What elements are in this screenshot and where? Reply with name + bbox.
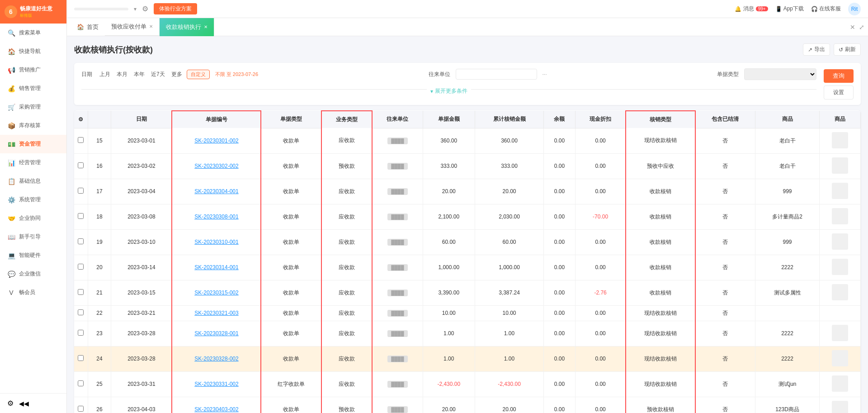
date-prev-month[interactable]: 上月 [98, 70, 112, 79]
counterparty-input[interactable] [456, 69, 537, 80]
sidebar-item-hardware[interactable]: 💻 智能硬件 [0, 246, 66, 265]
bill-no-link[interactable]: SK-20230304-001 [194, 188, 238, 195]
cell-check[interactable] [74, 179, 88, 204]
user-avatar[interactable]: Rit [848, 3, 861, 15]
cell-check[interactable] [74, 371, 88, 397]
dots-icon[interactable]: ··· [542, 71, 547, 77]
cell-check[interactable] [74, 346, 88, 371]
sidebar-label-enterprise: 企业协同 [19, 214, 41, 222]
th-gear[interactable]: ⚙ [74, 111, 88, 128]
cell-check[interactable] [74, 128, 88, 153]
bell-icon: 🔔 [735, 6, 741, 12]
bill-no-link[interactable]: SK-20230314-001 [194, 264, 238, 271]
message-area[interactable]: 🔔 消息 99+ [735, 5, 768, 13]
sidebar-item-search-menu[interactable]: 🔍 搜索菜单 [0, 24, 66, 42]
search-box[interactable] [74, 8, 128, 10]
cell-check[interactable] [74, 280, 88, 305]
sidebar-item-enterprise[interactable]: 🤝 企业协同 [0, 209, 66, 228]
collapse-icon[interactable]: ◀◀ [19, 400, 29, 407]
sidebar-item-member[interactable]: V 畅会员 [0, 283, 66, 302]
cell-product2 [820, 321, 861, 346]
sidebar-label-inventory: 库存核算 [19, 122, 41, 129]
sidebar-item-purchase[interactable]: 🛒 采购管理 [0, 98, 66, 116]
cell-check[interactable] [74, 255, 88, 280]
date-cur-month[interactable]: 本月 [115, 70, 129, 79]
sidebar-item-operation[interactable]: 📊 经营管理 [0, 153, 66, 172]
sidebar-item-system[interactable]: ⚙️ 系统管理 [0, 190, 66, 209]
th-date: 日期 [111, 111, 172, 128]
dropdown-arrow[interactable]: ▾ [134, 6, 137, 12]
query-button[interactable]: 查询 [824, 69, 854, 83]
gear-icon[interactable]: ⚙ [142, 5, 148, 13]
close-receipt-icon[interactable]: ✕ [204, 24, 208, 29]
tab-prepay[interactable]: 预收应收付单 ✕ [105, 18, 160, 36]
sidebar-item-marketing[interactable]: 📢 营销推广 [0, 61, 66, 79]
cell-biz-type: 应收款 [321, 204, 373, 229]
purchase-icon: 🛒 [7, 104, 15, 111]
bill-no-link[interactable]: SK-20230403-002 [194, 406, 238, 413]
bill-no-link[interactable]: SK-20230302-002 [194, 163, 238, 169]
system-icon: ⚙️ [7, 196, 15, 204]
cell-check[interactable] [74, 229, 88, 255]
receipt-type-select[interactable] [744, 68, 816, 80]
filter-row: 日期 上月 本月 本年 近7天 更多 自定义 不限 至 2023-07-26 [81, 68, 816, 80]
sidebar-item-quick-nav[interactable]: 🏠 快捷导航 [0, 42, 66, 61]
sidebar-item-finance[interactable]: 💵 资金管理 [0, 135, 66, 153]
tab-receipt[interactable]: 收款核销执行 ✕ [160, 18, 214, 36]
sidebar-item-sales[interactable]: 💰 销售管理 [0, 79, 66, 98]
filter-bar: 日期 上月 本月 本年 近7天 更多 自定义 不限 至 2023-07-26 [74, 63, 861, 105]
cell-date: 2023-03-08 [111, 204, 172, 229]
date-more[interactable]: 更多 [170, 70, 184, 79]
bill-no-link[interactable]: SK-20230328-002 [194, 356, 238, 362]
date-7days[interactable]: 近7天 [149, 70, 167, 79]
cell-verify-type: 现结收款核销 [626, 346, 695, 371]
bill-no-link[interactable]: SK-20230315-002 [194, 290, 238, 296]
export-button[interactable]: ↗ 导出 [803, 43, 830, 56]
bill-no-link[interactable]: SK-20230321-003 [194, 310, 238, 316]
sidebar-item-inventory[interactable]: 📦 库存核算 [0, 116, 66, 135]
close-prepay-icon[interactable]: ✕ [149, 24, 153, 29]
refresh-button[interactable]: ↺ 刷新 [834, 43, 861, 56]
cell-balance: 0.00 [543, 321, 575, 346]
search-menu-icon: 🔍 [7, 29, 15, 37]
sidebar-item-guide[interactable]: 📖 新手引导 [0, 228, 66, 246]
cell-no: 19 [88, 229, 111, 255]
tab-home[interactable]: 🏠 首页 [71, 18, 105, 36]
setting-button[interactable]: 设置 [824, 85, 854, 100]
cell-counterparty: ████ [372, 346, 423, 371]
operation-icon: 📊 [7, 159, 15, 166]
cell-check[interactable] [74, 305, 88, 321]
sidebar: 6 畅康道好生意 标推版 🔍 搜索菜单 🏠 快捷导航 📢 营销推广 💰 销售管理… [0, 0, 67, 413]
cell-check[interactable] [74, 321, 88, 346]
online-service[interactable]: 🎧 在线客服 [811, 5, 841, 13]
date-cur-year[interactable]: 本年 [132, 70, 146, 79]
industry-btn[interactable]: 体验行业方案 [154, 3, 197, 14]
sidebar-label-sales: 销售管理 [19, 85, 41, 92]
cell-date: 2023-03-04 [111, 179, 172, 204]
cell-check[interactable] [74, 204, 88, 229]
date-custom-btn[interactable]: 自定义 [187, 70, 210, 79]
cell-cum-amount: 60.00 [475, 229, 544, 255]
cell-product: 测试jun [755, 371, 820, 397]
cell-bill-amount: 10.00 [423, 305, 475, 321]
cell-bill-type: 收款单 [261, 128, 321, 153]
cell-check[interactable] [74, 153, 88, 179]
cell-include-settled: 否 [695, 229, 755, 255]
sidebar-item-basic[interactable]: 📋 基础信息 [0, 172, 66, 190]
settings-icon[interactable]: ⚙ [7, 399, 14, 408]
sidebar-item-wechat[interactable]: 💬 企业微信 [0, 265, 66, 283]
cell-bill-amount: -2,430.00 [423, 371, 475, 397]
cell-bill-type: 收款单 [261, 153, 321, 179]
bill-no-link[interactable]: SK-20230310-001 [194, 239, 238, 245]
cell-check[interactable] [74, 397, 88, 413]
cell-bill-no: SK-20230314-001 [172, 255, 261, 280]
bill-no-link[interactable]: SK-20230308-001 [194, 214, 238, 220]
bill-no-link[interactable]: SK-20230331-002 [194, 381, 238, 387]
maximize-icon[interactable]: ⤢ [859, 24, 864, 31]
expand-btn[interactable]: ▾ 展开更多条件 [430, 87, 467, 95]
bill-no-link[interactable]: SK-20230328-001 [194, 330, 238, 337]
app-download[interactable]: 📱 App下载 [775, 5, 804, 13]
bill-no-link[interactable]: SK-20230301-002 [194, 138, 238, 144]
home-icon: 🏠 [77, 24, 84, 30]
close-all-icon[interactable]: ✕ [850, 24, 855, 31]
